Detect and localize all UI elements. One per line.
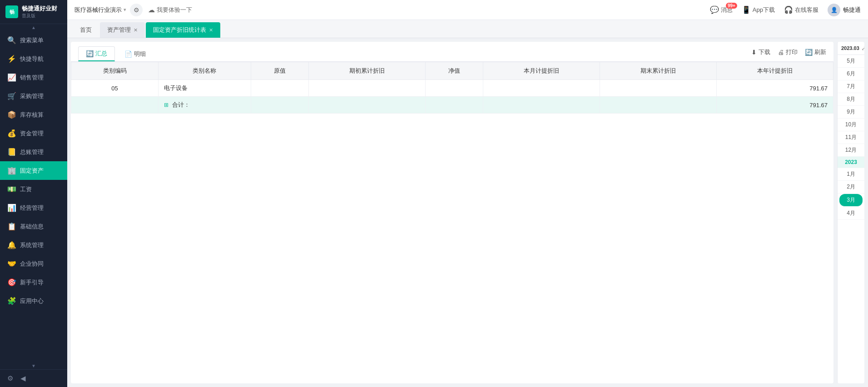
sidebar-label-appstore: 应用中心	[20, 297, 44, 305]
avatar: 👤	[828, 4, 840, 16]
sidebar-item-sales[interactable]: 📈销售管理	[0, 68, 67, 87]
date-panel-expand-icon[interactable]: ⤢	[861, 45, 864, 52]
app-download-label: App下载	[753, 6, 775, 14]
subtotal-net-value	[425, 97, 483, 114]
tab-depreciation[interactable]: 固定资产折旧统计表 ✕	[146, 22, 220, 38]
row-code: 05	[71, 80, 159, 97]
sidebar-icon-appstore: 🧩	[7, 297, 15, 305]
date-item-2[interactable]: 2月	[838, 181, 864, 194]
username: 畅捷通	[843, 6, 861, 14]
sidebar-item-ledger[interactable]: 📒总账管理	[0, 143, 67, 161]
sidebar-item-system[interactable]: 🔔系统管理	[0, 236, 67, 254]
sidebar-item-guide[interactable]: 🎯新手引导	[0, 273, 67, 292]
subtotal-empty	[71, 97, 159, 114]
sidebar: 畅 畅捷通好业财 普及版 ▲ 🔍搜索菜单⚡快捷导航📈销售管理🛒采购管理📦库存核算…	[0, 0, 67, 387]
col-yearly-dep: 本年计提折旧	[717, 62, 833, 80]
sidebar-item-salary[interactable]: 💵工资	[0, 180, 67, 198]
sub-tabs: 🔄 汇总 📄 明细	[78, 46, 154, 61]
date-item-11[interactable]: 11月	[838, 131, 864, 144]
sub-tab-summary[interactable]: 🔄 汇总	[78, 46, 115, 61]
date-item-10[interactable]: 10月	[838, 119, 864, 131]
row-monthly-dep	[483, 80, 600, 97]
sidebar-item-collab[interactable]: 🤝企业协同	[0, 254, 67, 273]
print-button[interactable]: 🖨 打印	[778, 48, 798, 56]
tab-home[interactable]: 首页	[73, 22, 99, 38]
scroll-down-icon[interactable]: ▼	[31, 363, 36, 368]
sidebar-label-ledger: 总账管理	[20, 148, 44, 156]
sidebar-item-funds[interactable]: 💰资金管理	[0, 124, 67, 143]
settings-button[interactable]: ⚙	[130, 4, 143, 16]
subtotal-monthly-dep	[483, 97, 600, 114]
app-title-group: 畅捷通好业财 普及版	[22, 5, 57, 19]
sidebar-icon-sales: 📈	[7, 73, 15, 82]
download-button[interactable]: ⬇ 下载	[751, 48, 770, 56]
customer-service-button[interactable]: 🎧 在线客服	[784, 5, 818, 14]
row-name: 电子设备	[159, 80, 251, 97]
subtotal-row: ⊞ 合计： 791.67	[71, 97, 833, 114]
experience-label: 我要体验一下	[157, 6, 192, 14]
page-content: 🔄 汇总 📄 明细 ⬇ 下载 🖨 打印	[71, 42, 833, 383]
subtotal-yearly-dep: 791.67	[717, 97, 833, 114]
date-item-7[interactable]: 7月	[838, 80, 864, 93]
sidebar-item-inventory[interactable]: 📦库存核算	[0, 105, 67, 124]
avatar-icon: 👤	[831, 7, 838, 13]
sidebar-icon-guide: 🎯	[7, 278, 15, 287]
sidebar-label-salary: 工资	[20, 185, 32, 194]
tabbar: 首页 资产管理 ✕ 固定资产折旧统计表 ✕	[67, 20, 868, 38]
sidebar-icon-funds: 💰	[7, 129, 15, 138]
scroll-up-icon[interactable]: ▲	[31, 25, 36, 30]
app-download-button[interactable]: 📱 App下载	[742, 5, 775, 14]
tab-asset-mgmt-close-icon[interactable]: ✕	[134, 27, 138, 33]
summary-icon: 🔄	[86, 50, 94, 57]
company-selector[interactable]: 医疗器械行业演示 ▾	[74, 6, 126, 14]
table-container: 类别编码 类别名称 原值 期初累计折旧 净值 本月计提折旧 期末累计折旧 本年计…	[71, 62, 833, 383]
date-item-12[interactable]: 12月	[838, 144, 864, 157]
sidebar-icon-inventory: 📦	[7, 110, 15, 119]
data-table: 类别编码 类别名称 原值 期初累计折旧 净值 本月计提折旧 期末累计折旧 本年计…	[71, 62, 833, 114]
main-area: 医疗器械行业演示 ▾ ⚙ ☁ 我要体验一下 💬 消息 99+ 📱 App下载 🎧…	[67, 0, 868, 387]
download-label: 下载	[759, 48, 770, 56]
sidebar-item-operations[interactable]: 📊经营管理	[0, 198, 67, 217]
date-panel-title: 2023.03	[839, 45, 861, 51]
date-panel: 2023.03 ⤢ ✕ 5月 6月 7月 8月 9月 10月 11月 12月 2…	[837, 42, 864, 383]
tab-asset-mgmt[interactable]: 资产管理 ✕	[100, 22, 145, 38]
tab-asset-mgmt-label: 资产管理	[107, 26, 131, 34]
sidebar-item-appstore[interactable]: 🧩应用中心	[0, 292, 67, 310]
sidebar-icon-salary: 💵	[7, 185, 15, 194]
sidebar-item-purchase[interactable]: 🛒采购管理	[0, 87, 67, 105]
tab-depreciation-close-icon[interactable]: ✕	[209, 27, 213, 33]
subtotal-icon: ⊞	[164, 102, 169, 108]
date-item-5[interactable]: 5月	[838, 55, 864, 68]
gear-icon: ⚙	[134, 6, 139, 14]
date-item-3-active[interactable]: 3月	[839, 194, 863, 207]
date-item-6[interactable]: 6月	[838, 68, 864, 80]
experience-button[interactable]: ☁ 我要体验一下	[148, 6, 192, 14]
sub-tab-detail[interactable]: 📄 明细	[117, 46, 154, 61]
date-item-9[interactable]: 9月	[838, 106, 864, 119]
sidebar-label-collab: 企业协同	[20, 260, 44, 268]
date-item-4[interactable]: 4月	[838, 207, 864, 220]
sidebar-icon-fixed: 🏢	[7, 166, 15, 175]
refresh-label: 刷新	[814, 48, 826, 56]
row-net-value	[425, 80, 483, 97]
sidebar-label-inventory: 库存核算	[20, 111, 44, 119]
sidebar-icon-basic: 📋	[7, 222, 15, 231]
sidebar-item-fixed[interactable]: 🏢固定资产	[0, 161, 67, 180]
col-net-value: 净值	[425, 62, 483, 80]
refresh-button[interactable]: 🔄 刷新	[805, 48, 826, 56]
messages-button[interactable]: 💬 消息 99+	[710, 5, 733, 14]
sidebar-item-basic[interactable]: 📋基础信息	[0, 217, 67, 236]
sidebar-item-quicknav[interactable]: ⚡快捷导航	[0, 50, 67, 68]
date-item-1[interactable]: 1月	[838, 168, 864, 181]
sidebar-item-search[interactable]: 🔍搜索菜单	[0, 31, 67, 50]
settings-icon[interactable]: ⚙	[7, 374, 13, 382]
sidebar-footer: ⚙ ◀	[0, 369, 67, 387]
collapse-icon[interactable]: ◀	[20, 374, 26, 382]
user-menu[interactable]: 👤 畅捷通	[828, 4, 861, 16]
row-period-dep	[308, 80, 425, 97]
refresh-icon: 🔄	[805, 49, 813, 56]
col-monthly-dep: 本月计提折旧	[483, 62, 600, 80]
date-item-8[interactable]: 8月	[838, 93, 864, 106]
topbar-right: 💬 消息 99+ 📱 App下载 🎧 在线客服 👤 畅捷通	[710, 4, 861, 16]
tab-home-label: 首页	[80, 26, 92, 34]
